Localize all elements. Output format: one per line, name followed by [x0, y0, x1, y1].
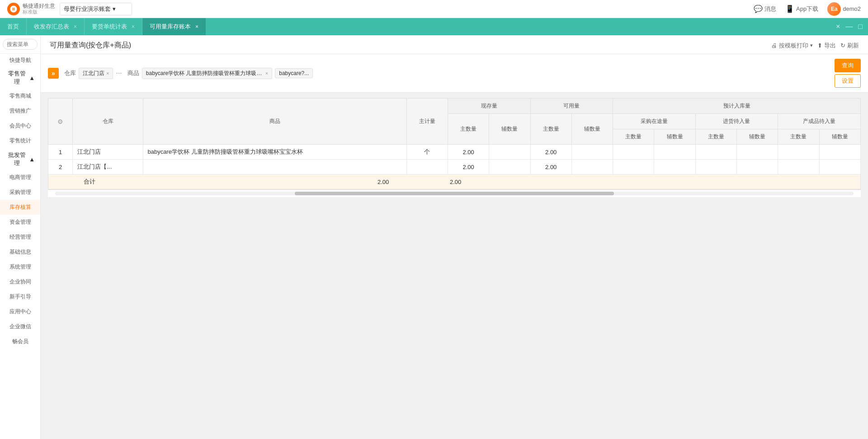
th-available-group: 可用量 [530, 99, 613, 114]
close-tab-receive[interactable]: × [74, 24, 77, 30]
page-header: 可用量查询(按仓库+商品) 🖨 按模板打印 ▾ ⬆ 导出 ↻ 刷新 [41, 35, 868, 54]
cell-avail-aux-2 [571, 160, 613, 175]
sidebar-label-zero-mall: 零售商城 [9, 92, 31, 100]
remove-product1-btn[interactable]: × [265, 71, 268, 76]
sidebar-label-enterprise: 企业协同 [9, 278, 31, 286]
th-stock-main: 主数量 [448, 114, 489, 145]
table-row: 1 江北门店 babycare学饮杯 儿童防摔防撞吸管杯重力球吸嘴杯宝宝水杯 个… [48, 145, 861, 160]
sidebar-item-inventory[interactable]: 库存核算 [0, 200, 40, 215]
col-settings-icon[interactable]: ⚙ [57, 118, 63, 125]
refresh-btn[interactable]: ↻ 刷新 [840, 42, 859, 50]
sidebar-item-marketing[interactable]: 营销推广 [0, 104, 40, 118]
sidebar-item-purchase[interactable]: 采购管理 [0, 185, 40, 200]
export-icon: ⬆ [817, 42, 822, 49]
message-icon: 💬 [754, 5, 763, 13]
chevron-down-icon: ▾ [113, 5, 116, 12]
print-icon: 🖨 [771, 42, 777, 49]
sidebar-item-newguide[interactable]: 新手引导 [0, 289, 40, 304]
cell-pur-main-2 [613, 160, 654, 175]
sidebar-item-enterprise-wx[interactable]: 企业微信 [0, 319, 40, 334]
industry-select[interactable]: 母婴行业演示账套 ▾ [60, 3, 132, 15]
username-label: demo2 [843, 5, 861, 12]
tab-available[interactable]: 可用量库存账本 × [142, 18, 206, 35]
sidebar-label-newguide: 新手引导 [9, 293, 31, 301]
cell-in-main-2 [695, 160, 736, 175]
th-product: 商品 [143, 99, 406, 145]
sidebar-label-member: 会员中心 [9, 122, 31, 130]
scroll-bar-area [48, 189, 861, 197]
th-settings[interactable]: ⚙ [48, 99, 73, 145]
settings-button[interactable]: 设置 [835, 74, 861, 88]
close-tab-order[interactable]: × [132, 24, 135, 30]
warehouse-tag[interactable]: 江北门店 × [79, 68, 113, 79]
th-production-sub: 产成品待入量 [778, 114, 861, 129]
warehouse-label: 仓库 [64, 69, 76, 77]
cell-prod-aux-2 [819, 160, 860, 175]
warehouse-value: 江北门店 [83, 70, 104, 77]
remove-warehouse-btn[interactable]: × [106, 71, 109, 76]
sidebar-item-member2[interactable]: 畅会员 [0, 334, 40, 349]
sidebar-item-member[interactable]: 会员中心 [0, 118, 40, 133]
footer-stock-main: 2.00 [365, 179, 401, 185]
product-tag-2[interactable]: babycare?... [275, 68, 313, 78]
cell-stock-aux-1 [489, 145, 530, 160]
th-available-main: 主数量 [530, 114, 571, 145]
sidebar-item-zero-stat[interactable]: 零售统计 [0, 133, 40, 148]
tab-home[interactable]: 首页 [0, 18, 27, 35]
user-area[interactable]: Ea demo2 [827, 2, 861, 16]
tab-bar: 首页 收发存汇总表 × 要货单统计表 × 可用量库存账本 × × — □ [0, 18, 868, 35]
sidebar-item-zero-sales[interactable]: 零售管理 ▲ [0, 67, 40, 89]
sidebar-item-basic[interactable]: 基础信息 [0, 245, 40, 260]
minimize-btn[interactable]: — [844, 23, 854, 31]
sidebar-item-quick-nav[interactable]: 快捷导航 [0, 54, 40, 67]
close-window-btn[interactable]: × [834, 23, 842, 31]
sidebar-item-appcenter[interactable]: 应用中心 [0, 304, 40, 319]
product-tag-1[interactable]: babycare学饮杯 儿童防摔防撞吸管杯重力球吸嘴杯宝宝水杯 × [142, 68, 272, 79]
sidebar-item-ecommerce[interactable]: 电商管理 [0, 170, 40, 185]
print-btn[interactable]: 🖨 按模板打印 ▾ [771, 42, 813, 50]
sidebar-item-zero-mall[interactable]: 零售商城 [0, 89, 40, 104]
sidebar-label-finance: 资金管理 [9, 218, 31, 226]
sidebar-label-inventory: 库存核算 [9, 203, 31, 211]
cell-prod-aux-1 [819, 145, 860, 160]
close-tab-available[interactable]: × [195, 24, 198, 30]
cell-stock-aux-2 [489, 160, 530, 175]
print-label: 按模板打印 [779, 42, 808, 50]
product-value2: babycare?... [279, 70, 309, 76]
logo-line1: 畅捷通好生意 [23, 3, 55, 9]
cell-avail-main-1: 2.00 [530, 145, 571, 160]
maximize-btn[interactable]: □ [856, 23, 864, 31]
sidebar-item-system[interactable]: 系统管理 [0, 260, 40, 274]
sidebar-item-batch[interactable]: 批发管理 ▲ [0, 148, 40, 170]
th-incoming-main: 主数量 [695, 129, 736, 145]
tab-order[interactable]: 要货单统计表 × [85, 18, 142, 35]
sidebar-item-enterprise[interactable]: 企业协同 [0, 274, 40, 289]
message-btn[interactable]: 💬 消息 [754, 5, 776, 13]
scroll-track[interactable] [55, 192, 854, 195]
sidebar-item-finance[interactable]: 资金管理 [0, 215, 40, 230]
tab-receive[interactable]: 收发存汇总表 × [27, 18, 85, 35]
export-btn[interactable]: ⬆ 导出 [817, 42, 836, 50]
sidebar-label-member2: 畅会员 [12, 338, 28, 345]
sidebar-item-operation[interactable]: 经营管理 [0, 230, 40, 245]
table-row: 2 江北门店【... 2.00 2.00 [48, 160, 861, 175]
search-input[interactable] [3, 39, 38, 50]
cell-unit-2 [406, 160, 448, 175]
tab-controls: × — □ [830, 23, 868, 31]
download-btn[interactable]: 📱 App下载 [785, 5, 818, 13]
message-label: 消息 [764, 5, 776, 13]
th-purchase-main: 主数量 [613, 129, 654, 145]
sidebar-label-appcenter: 应用中心 [9, 308, 31, 316]
warehouse-more[interactable]: ··· [116, 69, 122, 77]
query-button[interactable]: 查询 [835, 59, 861, 72]
filter-expand-btn[interactable]: » [48, 68, 59, 79]
th-incoming-sub: 进货待入量 [695, 114, 778, 129]
page-actions: 🖨 按模板打印 ▾ ⬆ 导出 ↻ 刷新 [771, 42, 859, 50]
scroll-thumb[interactable] [295, 192, 614, 195]
th-production-main: 主数量 [778, 129, 819, 145]
th-stock-group: 现存量 [448, 99, 531, 114]
table-footer: 合计 2.00 2.00 [48, 175, 861, 189]
cell-unit-1: 个 [406, 145, 448, 160]
th-purchase-sub: 采购在途量 [613, 114, 696, 129]
logo-area: 畅捷通好生意 标准版 [7, 3, 55, 15]
